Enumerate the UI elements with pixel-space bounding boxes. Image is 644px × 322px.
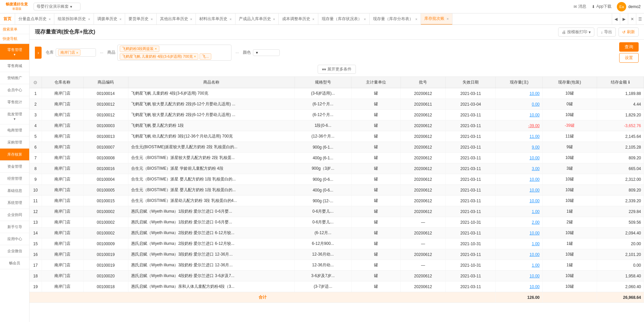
tab-disassemble-history[interactable]: 组装拆卸单历史 × [54, 13, 94, 25]
messages-button[interactable]: ✉ 消息 [574, 4, 586, 9]
sidebar-item-enterprise[interactable]: 企业协同 [0, 209, 29, 221]
product-tag-close-2[interactable]: × [194, 54, 196, 58]
account-selector[interactable]: 母婴行业演示账套 ▾ [34, 3, 80, 10]
sidebar-item-member[interactable]: 会员中心 [0, 84, 29, 96]
product-tag-feihefenpowder3[interactable]: 飞鹤奶粉3段两提装 × [120, 46, 159, 52]
cell-qty-main-5: 9.00 [496, 142, 542, 153]
sidebar-item-wholesale[interactable]: 批发管理 ▼ [0, 108, 29, 124]
user-profile[interactable]: Ea demo2 [617, 2, 641, 11]
qty-main-link-16[interactable]: 1.00 [532, 263, 539, 268]
qty-main-link-1[interactable]: 0.00 [532, 102, 539, 107]
qty-main-link-8[interactable]: 10.00 [530, 177, 540, 182]
tab-split-history[interactable]: 分量盘点单历史 × [15, 13, 54, 25]
qty-main-link-11[interactable]: 1.00 [532, 209, 539, 214]
tab-current-qty-status[interactable]: 现存量（库存状况表） × [318, 13, 370, 25]
tab-query-history[interactable]: 调拨单历史 × [94, 13, 125, 25]
tab-batch-voucher[interactable]: 库存批次账 × [421, 13, 452, 25]
tab-scroll-right[interactable]: ▶ [620, 13, 628, 25]
tab-scroll-left[interactable]: ◀ [612, 13, 620, 25]
sidebar-item-operations[interactable]: 经营管理 [0, 173, 29, 185]
qty-main-link-10[interactable]: 10.00 [530, 199, 540, 203]
sidebar-item-finance[interactable]: 资金管理 [0, 161, 29, 173]
sidebar-item-onboarding[interactable]: 新手引导 [0, 221, 29, 233]
close-current-qty-dist[interactable]: × [415, 17, 417, 21]
qty-main-link-4[interactable]: 11.00 [530, 134, 540, 139]
color-dropdown[interactable]: ▾ [253, 49, 280, 56]
tab-request-history[interactable]: 要货单历史 × [125, 13, 156, 25]
sidebar-item-retail-shop[interactable]: 零售商城 [0, 60, 29, 72]
qty-main-link-9[interactable]: 10.00 [530, 188, 540, 193]
qty-main-link-2[interactable]: 10.00 [530, 113, 540, 117]
sidebar-item-retail-stats[interactable]: 零售统计 [0, 96, 29, 108]
close-disassemble-history[interactable]: × [88, 17, 90, 21]
query-button[interactable]: 查询 [619, 42, 639, 52]
close-current-qty-status[interactable]: × [364, 17, 366, 21]
expand-filter-button[interactable]: › [35, 47, 42, 59]
sidebar-item-ecommerce[interactable]: 电商管理 [0, 124, 29, 137]
close-product-in-history[interactable]: × [273, 17, 275, 21]
tab-close-current[interactable]: ✕ [628, 13, 636, 25]
refresh-button[interactable]: ↺ 刷新 [619, 28, 639, 37]
total-amount: 26,968.64 [597, 292, 644, 303]
sidebar-item-inventory[interactable]: 库存核算 [0, 149, 29, 161]
cell-amount-11: 229.84 [597, 206, 644, 217]
close-cost-adjust-history[interactable]: × [312, 17, 314, 21]
qty-main-link-5[interactable]: 9.00 [532, 145, 539, 150]
warehouse-tag-close-icon[interactable]: × [76, 51, 78, 55]
close-batch-voucher[interactable]: × [446, 17, 448, 21]
close-query-history[interactable]: × [119, 17, 121, 21]
app-download-label: App下载 [596, 4, 611, 9]
warehouse-tag-container[interactable]: 南岸门店 × [56, 48, 96, 57]
sidebar-item-system[interactable]: 系统管理 [0, 197, 29, 209]
sidebar-item-basic[interactable]: 基础信息 [0, 185, 29, 197]
sidebar-item-purchase[interactable]: 采购管理 [0, 137, 29, 149]
close-split-history[interactable]: × [49, 17, 51, 21]
total-qty: 126.00 [496, 292, 542, 303]
table-area[interactable]: ⚙ 仓库名称 商品编码 商品名称 规格型号 主计量单位 批号 失效日期 现存量(… [30, 77, 644, 322]
sidebar-quick-nav-button[interactable]: 快捷导航 [3, 36, 17, 41]
qty-main-link-13[interactable]: 10.00 [530, 231, 540, 235]
product-tag-close-1[interactable]: × [155, 47, 157, 51]
product-tag-container[interactable]: 飞鹤奶粉3段两提装 × 飞鹤星飞帆 儿童奶粉 4段(3-6岁适用) 700克 ×… [117, 45, 231, 61]
column-settings-icon[interactable]: ⚙ [33, 80, 38, 85]
product-tag-more[interactable]: 飞... [200, 53, 211, 60]
filter-dots-2[interactable]: ··· [235, 50, 239, 55]
settings-button[interactable]: 设置 [619, 53, 639, 63]
qty-main-link-6[interactable]: 10.00 [530, 156, 540, 160]
close-material-out-history[interactable]: × [229, 17, 231, 21]
template-print-button[interactable]: 🖨 按模板打印 ▾ [558, 28, 594, 37]
tab-material-out-history[interactable]: 材料出库单历史 × [196, 13, 235, 25]
tab-more-options[interactable]: ☰ [636, 13, 644, 25]
expand-more-button[interactable]: ▾▾ 展开更多条件 [318, 65, 356, 74]
qty-main-link-15[interactable]: 10.00 [530, 252, 540, 257]
qty-main-link-17[interactable]: 10.00 [530, 274, 540, 278]
close-request-history[interactable]: × [151, 17, 153, 21]
sidebar-item-retail[interactable]: 零售管理 ▼ [0, 44, 29, 60]
qty-main-link-3[interactable]: -39.00 [528, 123, 540, 128]
sidebar-search-button[interactable]: 搜索菜单 [3, 27, 17, 32]
filter-dots-1[interactable]: ··· [100, 50, 103, 55]
tab-current-qty-dist[interactable]: 现存量（库存分布表） × [370, 13, 421, 25]
app-download-button[interactable]: ⬇ App下载 [592, 4, 611, 9]
qty-main-link-0[interactable]: 10.00 [530, 91, 540, 96]
cell-unit-4: 罐 [351, 131, 400, 142]
product-tag-xingfei700[interactable]: 飞鹤星飞帆 儿童奶粉 4段(3-6岁适用) 700克 × [120, 53, 198, 60]
sidebar-item-enterprise-wechat[interactable]: 企业微信 [0, 245, 29, 257]
qty-main-link-12[interactable]: 2.00 [532, 220, 539, 225]
sidebar-item-marketing[interactable]: 营销推广 [0, 72, 29, 84]
tab-home[interactable]: 首页 [0, 13, 15, 25]
warehouse-tag-nangan[interactable]: 南岸门店 × [58, 49, 80, 56]
cell-qty-pack-11: 1罐 [542, 206, 597, 217]
qty-main-link-7[interactable]: 3.00 [532, 166, 539, 171]
tab-product-in-history[interactable]: 产成品入库单历史 × [235, 13, 279, 25]
tab-other-out-history[interactable]: 其他出库单历史 × [157, 13, 196, 25]
tab-cost-adjust-history[interactable]: 成本调整单历史 × [279, 13, 318, 25]
sidebar-item-app-center[interactable]: 应用中心 [0, 233, 29, 245]
sidebar-item-member-card[interactable]: 畅会员 [0, 257, 29, 269]
close-other-out-history[interactable]: × [190, 17, 192, 21]
qty-main-link-18[interactable]: 10.00 [530, 284, 540, 289]
qty-main-link-14[interactable]: 1.00 [532, 241, 539, 246]
warehouse-label: 仓库 [46, 50, 54, 55]
cell-unit-0: 罐 [351, 88, 400, 99]
export-button[interactable]: ↓ 导出 [597, 28, 616, 37]
